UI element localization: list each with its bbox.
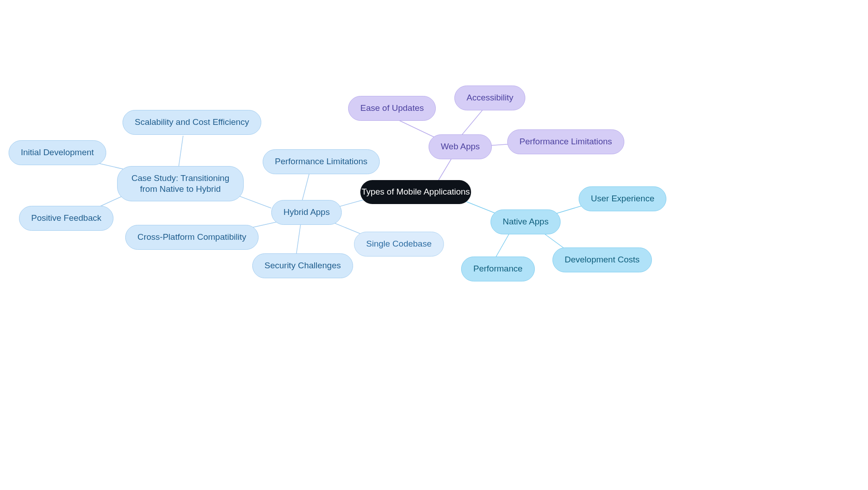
security-challenges-label: Security Challenges bbox=[264, 260, 341, 271]
node-case-study[interactable]: Case Study: Transitioning from Native to… bbox=[117, 166, 244, 201]
ease-of-updates-label: Ease of Updates bbox=[360, 103, 424, 114]
svg-line-9 bbox=[302, 172, 310, 201]
web-apps-label: Web Apps bbox=[441, 141, 480, 152]
node-native-performance[interactable]: Performance bbox=[461, 257, 535, 281]
node-development-costs[interactable]: Development Costs bbox=[552, 247, 652, 272]
center-label: Types of Mobile Applications bbox=[362, 186, 470, 198]
svg-line-2 bbox=[461, 109, 484, 136]
node-single-codebase[interactable]: Single Codebase bbox=[354, 232, 444, 257]
mindmap-canvas: Types of Mobile Applications Web Apps Ea… bbox=[0, 0, 868, 490]
web-perf-limit-label: Performance Limitations bbox=[519, 136, 612, 147]
node-hybrid-apps[interactable]: Hybrid Apps bbox=[271, 200, 342, 225]
node-positive-feedback[interactable]: Positive Feedback bbox=[19, 206, 113, 231]
initial-dev-label: Initial Development bbox=[21, 147, 94, 158]
node-native-apps[interactable]: Native Apps bbox=[491, 209, 561, 234]
node-scalability[interactable]: Scalability and Cost Efficiency bbox=[123, 110, 261, 135]
node-initial-development[interactable]: Initial Development bbox=[9, 140, 106, 165]
center-node[interactable]: Types of Mobile Applications bbox=[360, 180, 471, 204]
user-experience-label: User Experience bbox=[591, 193, 654, 205]
cross-platform-label: Cross-Platform Compatibility bbox=[137, 232, 246, 243]
node-web-apps[interactable]: Web Apps bbox=[429, 134, 492, 159]
dev-costs-label: Development Costs bbox=[565, 254, 640, 266]
node-user-experience[interactable]: User Experience bbox=[579, 186, 666, 211]
svg-line-14 bbox=[179, 136, 183, 167]
node-ease-of-updates[interactable]: Ease of Updates bbox=[348, 96, 436, 121]
node-cross-platform[interactable]: Cross-Platform Compatibility bbox=[125, 225, 259, 250]
positive-feedback-label: Positive Feedback bbox=[31, 213, 101, 224]
case-study-label: Case Study: Transitioning from Native to… bbox=[129, 173, 231, 195]
native-apps-label: Native Apps bbox=[503, 216, 548, 228]
hybrid-perf-limit-label: Performance Limitations bbox=[275, 156, 368, 167]
node-hybrid-performance-limitations[interactable]: Performance Limitations bbox=[263, 149, 380, 174]
accessibility-label: Accessibility bbox=[467, 92, 513, 104]
node-security-challenges[interactable]: Security Challenges bbox=[252, 253, 353, 278]
native-perf-label: Performance bbox=[473, 263, 523, 275]
single-codebase-label: Single Codebase bbox=[366, 238, 432, 250]
node-accessibility[interactable]: Accessibility bbox=[454, 86, 525, 110]
svg-line-11 bbox=[296, 224, 301, 256]
hybrid-apps-label: Hybrid Apps bbox=[283, 207, 330, 218]
scalability-label: Scalability and Cost Efficiency bbox=[135, 117, 249, 128]
node-web-performance-limitations[interactable]: Performance Limitations bbox=[507, 129, 624, 154]
